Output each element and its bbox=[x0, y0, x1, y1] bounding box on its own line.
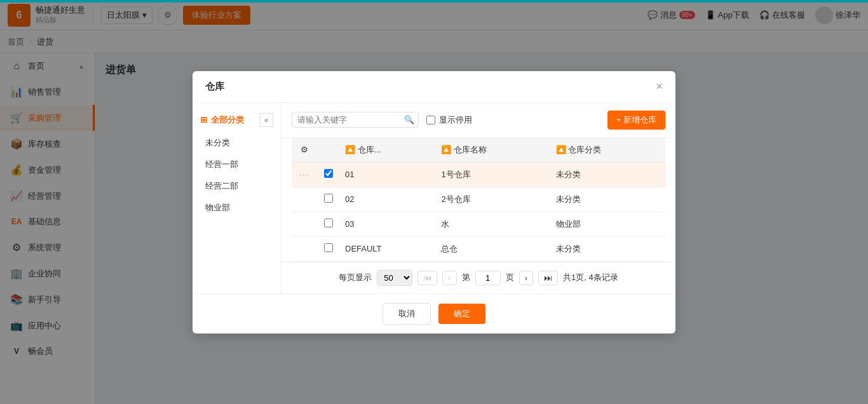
search-icon: 🔍 bbox=[404, 115, 414, 125]
row-dots-button[interactable]: ··· bbox=[299, 170, 310, 179]
row-code: 02 bbox=[340, 187, 436, 212]
col-header-name: 🔼 仓库名称 bbox=[436, 138, 550, 163]
row-name: 1号仓库 bbox=[436, 162, 550, 187]
row-actions: ··· bbox=[292, 162, 317, 187]
col-header-code: 🔼 仓库... bbox=[340, 138, 436, 163]
row-checkbox-cell bbox=[317, 162, 340, 187]
modal-toolbar: 🔍 显示停用 + 新增仓库 bbox=[281, 103, 675, 138]
modal-overlay: 仓库 × ⊞ 全部分类 « 未分类 经营一部 经营二部 bbox=[0, 0, 868, 404]
modal-close-button[interactable]: × bbox=[656, 80, 663, 93]
row-name: 水 bbox=[436, 212, 550, 236]
row-name: 总仓 bbox=[436, 236, 550, 261]
page-label: 第 bbox=[462, 272, 470, 283]
prev-page-button[interactable]: ‹ bbox=[442, 271, 456, 285]
modal-body: ⊞ 全部分类 « 未分类 经营一部 经营二部 物业部 bbox=[193, 103, 675, 293]
search-box: 🔍 bbox=[292, 112, 419, 128]
page-unit: 页 bbox=[506, 272, 514, 283]
row-code: 03 bbox=[340, 212, 436, 236]
row-actions bbox=[292, 212, 317, 236]
modal-footer: 取消 确定 bbox=[193, 293, 675, 333]
cancel-button[interactable]: 取消 bbox=[383, 303, 431, 325]
collapse-button[interactable]: « bbox=[259, 113, 273, 127]
show-disabled-label[interactable]: 显示停用 bbox=[426, 114, 472, 126]
table-row[interactable]: 02 2号仓库 未分类 bbox=[292, 187, 665, 212]
next-page-button[interactable]: › bbox=[519, 271, 533, 285]
category-item-property[interactable]: 物业部 bbox=[193, 197, 281, 219]
col-header-check bbox=[317, 138, 340, 163]
warehouse-table-wrap: ⚙ 🔼 仓库... 🔼 仓库名称 🔼 仓库分类 bbox=[281, 138, 675, 262]
last-page-button[interactable]: ⏭ bbox=[538, 271, 558, 285]
row-actions bbox=[292, 236, 317, 261]
col-header-category: 🔼 仓库分类 bbox=[551, 138, 665, 163]
page-input[interactable] bbox=[475, 271, 501, 285]
show-disabled-checkbox[interactable] bbox=[426, 116, 435, 125]
row-category: 未分类 bbox=[551, 187, 665, 212]
modal-title: 仓库 bbox=[205, 81, 224, 93]
modal-main: 🔍 显示停用 + 新增仓库 ⚙ bbox=[281, 103, 675, 293]
per-page-label: 每页显示 bbox=[339, 272, 372, 283]
table-row[interactable]: 03 水 物业部 bbox=[292, 212, 665, 236]
row-checkbox[interactable] bbox=[324, 169, 333, 178]
row-code: DEFAULT bbox=[340, 236, 436, 261]
row-category: 物业部 bbox=[551, 212, 665, 236]
table-row[interactable]: ··· 01 1号仓库 未分类 bbox=[292, 162, 665, 187]
category-item-ops1[interactable]: 经营一部 bbox=[193, 154, 281, 175]
col-header-gear: ⚙ bbox=[292, 138, 317, 163]
row-checkbox-cell bbox=[317, 236, 340, 261]
category-item-ops2[interactable]: 经营二部 bbox=[193, 175, 281, 197]
search-input[interactable] bbox=[297, 115, 404, 125]
table-row[interactable]: DEFAULT 总仓 未分类 bbox=[292, 236, 665, 261]
row-category: 未分类 bbox=[551, 236, 665, 261]
category-label: 全部分类 bbox=[211, 114, 244, 126]
page-size-select[interactable]: 50 20 100 bbox=[377, 270, 412, 286]
first-page-button[interactable]: ⏮ bbox=[417, 271, 437, 285]
confirm-button[interactable]: 确定 bbox=[438, 304, 485, 324]
row-actions bbox=[292, 187, 317, 212]
row-checkbox-cell bbox=[317, 212, 340, 236]
warehouse-modal: 仓库 × ⊞ 全部分类 « 未分类 经营一部 经营二部 bbox=[193, 71, 675, 333]
warehouse-table: ⚙ 🔼 仓库... 🔼 仓库名称 🔼 仓库分类 bbox=[292, 138, 665, 262]
row-category: 未分类 bbox=[551, 162, 665, 187]
add-warehouse-button[interactable]: + 新增仓库 bbox=[607, 111, 665, 130]
row-checkbox-cell bbox=[317, 187, 340, 212]
row-checkbox[interactable] bbox=[324, 194, 333, 203]
category-header[interactable]: ⊞ 全部分类 « bbox=[193, 108, 281, 132]
modal-header: 仓库 × bbox=[193, 71, 675, 103]
modal-sidebar: ⊞ 全部分类 « 未分类 经营一部 经营二部 物业部 bbox=[193, 103, 281, 293]
row-code: 01 bbox=[340, 162, 436, 187]
row-name: 2号仓库 bbox=[436, 187, 550, 212]
category-item-uncategorized[interactable]: 未分类 bbox=[193, 132, 281, 154]
pagination: 每页显示 50 20 100 ⏮ ‹ 第 页 › ⏭ 共1页, 4条记录 bbox=[281, 262, 675, 293]
row-checkbox[interactable] bbox=[324, 219, 333, 227]
grid-icon: ⊞ bbox=[200, 115, 207, 125]
row-checkbox[interactable] bbox=[324, 243, 333, 252]
total-info: 共1页, 4条记录 bbox=[563, 272, 618, 283]
